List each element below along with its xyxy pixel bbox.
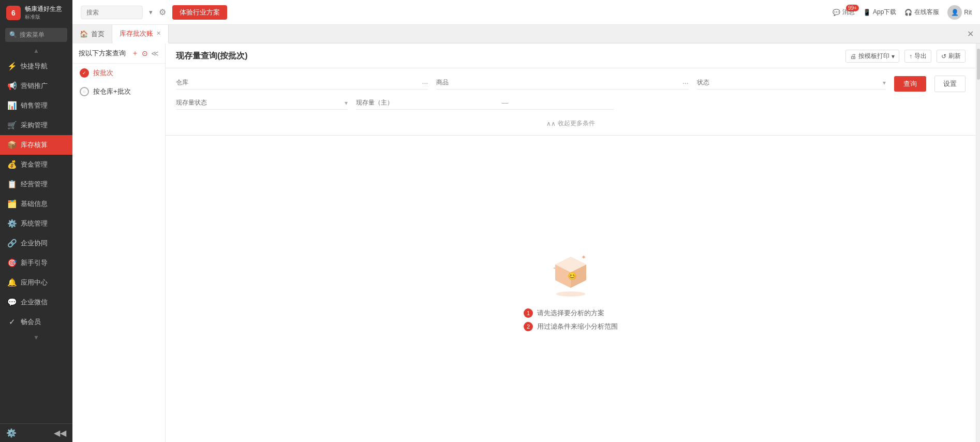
filter-warehouse: 仓库 ···: [176, 78, 428, 90]
sidebar-item-sales[interactable]: 📊 销售管理: [0, 96, 72, 115]
sidebar-item-apps[interactable]: 🔔 应用中心: [0, 273, 72, 292]
content-area: 按以下方案查询 ＋ ⊙ ≪ ✓ 按批次 ○ 按仓库+批次: [72, 43, 980, 442]
settings-scheme-icon[interactable]: ⊙: [142, 49, 148, 57]
warehouse-label: 仓库: [176, 78, 188, 87]
sidebar-item-enterprise[interactable]: 🔗 企业协同: [0, 233, 72, 253]
avatar: 👤: [947, 5, 962, 20]
sidebar-item-purchase[interactable]: 🛒 采购管理: [0, 115, 72, 135]
messages-button[interactable]: 💬 消息 99+: [833, 8, 855, 17]
purchase-icon: 🛒: [7, 121, 17, 130]
topbar-dropdown-arrow[interactable]: ▾: [149, 8, 153, 16]
tab-home[interactable]: 🏠 首页: [72, 25, 112, 43]
home-icon: 🏠: [80, 30, 88, 38]
right-panel: 现存量查询(按批次) 🖨 按模板打印 ▾ ↑ 导出 ↺ 刷新: [166, 43, 976, 442]
sidebar-item-shortcut[interactable]: ⚡ 快捷导航: [0, 56, 72, 76]
sidebar-bottom: ⚙️ ◀◀: [0, 423, 72, 442]
scheme-item-by-warehouse-batch[interactable]: ○ 按仓库+批次: [72, 82, 165, 101]
sidebar-item-finance[interactable]: 💰 资金管理: [0, 155, 72, 174]
topbar: ▾ ⚙ 体验行业方案 💬 消息 99+ 📱 App下载 🎧 在线客服 👤: [72, 0, 980, 25]
settings-icon[interactable]: ⚙️: [6, 428, 17, 438]
refresh-button[interactable]: ↺ 刷新: [937, 50, 966, 63]
tab-close-right-icon[interactable]: ✕: [961, 29, 980, 39]
refresh-label: 刷新: [948, 52, 961, 61]
messages-badge: 99+: [846, 5, 859, 11]
topbar-search-input[interactable]: [81, 6, 143, 19]
empty-state: 😊 ✦ ✦ 1 请先选择要分析的方案 2 用过滤条件来缩小分析范围: [166, 136, 976, 442]
scroll-down-arrow[interactable]: ▼: [0, 332, 72, 343]
svg-text:✦: ✦: [553, 266, 556, 271]
stock-main-from-input[interactable]: [396, 99, 499, 107]
hint-1-number: 1: [524, 308, 533, 318]
warehouse-more-icon[interactable]: ···: [422, 79, 428, 87]
print-template-button[interactable]: 🖨 按模板打印 ▾: [845, 50, 899, 63]
stock-main-to-input[interactable]: [512, 99, 614, 107]
collapse-filter-button[interactable]: ∧∧ 收起更多条件: [176, 116, 966, 128]
filter-row-2: 现存量状态 ▾ 现存量（主） —: [176, 98, 966, 110]
main-area: ▾ ⚙ 体验行业方案 💬 消息 99+ 📱 App下载 🎧 在线客服 👤: [72, 0, 980, 442]
message-icon: 💬: [833, 9, 840, 16]
print-label: 按模板打印: [858, 52, 889, 61]
shortcut-icon: ⚡: [7, 62, 17, 71]
hint-1-text: 请先选择要分析的方案: [537, 308, 604, 318]
tab-close-icon[interactable]: ✕: [156, 30, 161, 37]
app-download-button[interactable]: 📱 App下载: [863, 8, 896, 17]
status-dropdown-icon[interactable]: ▾: [883, 79, 886, 86]
stock-status-dropdown-icon[interactable]: ▾: [345, 99, 348, 107]
sidebar-item-label: 资金管理: [21, 160, 48, 169]
refresh-icon: ↺: [941, 53, 946, 60]
scheme-label: 按仓库+批次: [93, 87, 131, 96]
sidebar-item-marketing[interactable]: 📢 营销推广: [0, 76, 72, 96]
sidebar-item-wechat[interactable]: 💬 企业微信: [0, 292, 72, 312]
sidebar-item-operations[interactable]: 📋 经营管理: [0, 174, 72, 194]
sidebar-item-inventory[interactable]: 📦 库存核算: [0, 135, 72, 155]
page-title: 现存量查询(按批次): [176, 51, 248, 62]
trial-button[interactable]: 体验行业方案: [172, 5, 227, 20]
status-label: 状态: [697, 78, 709, 87]
user-menu[interactable]: 👤 Rit: [947, 5, 972, 20]
online-service-button[interactable]: 🎧 在线客服: [904, 8, 939, 17]
filter-status[interactable]: 状态 ▾: [697, 78, 886, 90]
sidebar-item-label: 快捷导航: [21, 62, 48, 71]
topbar-gear-icon[interactable]: ⚙: [159, 7, 166, 17]
page-header: 现存量查询(按批次) 🖨 按模板打印 ▾ ↑ 导出 ↺ 刷新: [166, 43, 976, 68]
filter-stock-status[interactable]: 现存量状态 ▾: [176, 98, 348, 110]
operations-icon: 📋: [7, 180, 17, 189]
sidebar-item-label: 营销推广: [21, 81, 48, 91]
right-scrollbar[interactable]: [976, 43, 980, 442]
sidebar-item-member[interactable]: ✓ 畅会员: [0, 312, 72, 332]
query-button[interactable]: 查询: [894, 76, 926, 92]
sidebar-nav: ▲ ⚡ 快捷导航 📢 营销推广 📊 销售管理 🛒 采购管理 📦 库存核算 💰 资…: [0, 45, 72, 423]
sidebar-item-label: 基础信息: [21, 199, 48, 209]
product-input[interactable]: [452, 79, 682, 86]
svg-point-0: [556, 291, 585, 297]
sidebar-item-label: 新手引导: [21, 258, 48, 268]
stock-main-dash: —: [502, 99, 509, 107]
tab-inventory-batch[interactable]: 库存批次账 ✕: [112, 25, 169, 43]
app-logo: 6: [6, 6, 21, 20]
sidebar-item-basic[interactable]: 🗂️ 基础信息: [0, 194, 72, 214]
scheme-item-by-batch[interactable]: ✓ 按批次: [72, 64, 165, 82]
download-icon: 📱: [863, 9, 871, 16]
scroll-up-arrow[interactable]: ▲: [0, 45, 72, 56]
app-name: 畅康通好生意: [25, 5, 62, 13]
export-button[interactable]: ↑ 导出: [904, 50, 931, 63]
sidebar-item-system[interactable]: ⚙️ 系统管理: [0, 214, 72, 233]
add-scheme-icon[interactable]: ＋: [131, 49, 139, 58]
scrollbar-thumb[interactable]: [977, 49, 980, 80]
collapse-sidebar-icon[interactable]: ◀◀: [54, 428, 66, 438]
sidebar-header: 6 畅康通好生意 标准版: [0, 0, 72, 25]
filter-area: 仓库 ··· 商品 ··· 状态 ▾ 查询 设置: [166, 68, 976, 136]
product-more-icon[interactable]: ···: [682, 79, 689, 87]
print-dropdown-icon[interactable]: ▾: [892, 53, 895, 60]
sidebar-search[interactable]: 🔍 搜索菜单: [5, 28, 67, 42]
collapse-panel-icon[interactable]: ≪: [151, 49, 159, 57]
app-version: 标准版: [25, 13, 62, 21]
sidebar-item-guide[interactable]: 🎯 新手引导: [0, 253, 72, 273]
tabbar: 🏠 首页 库存批次账 ✕ ✕: [72, 25, 980, 43]
left-panel-header: 按以下方案查询 ＋ ⊙ ≪: [72, 43, 165, 64]
stock-main-label: 现存量（主）: [356, 98, 393, 107]
service-icon: 🎧: [904, 9, 912, 16]
settings-button[interactable]: 设置: [934, 76, 966, 92]
warehouse-input[interactable]: [191, 79, 422, 86]
sidebar: 6 畅康通好生意 标准版 🔍 搜索菜单 ▲ ⚡ 快捷导航 📢 营销推广 📊 销售…: [0, 0, 72, 442]
